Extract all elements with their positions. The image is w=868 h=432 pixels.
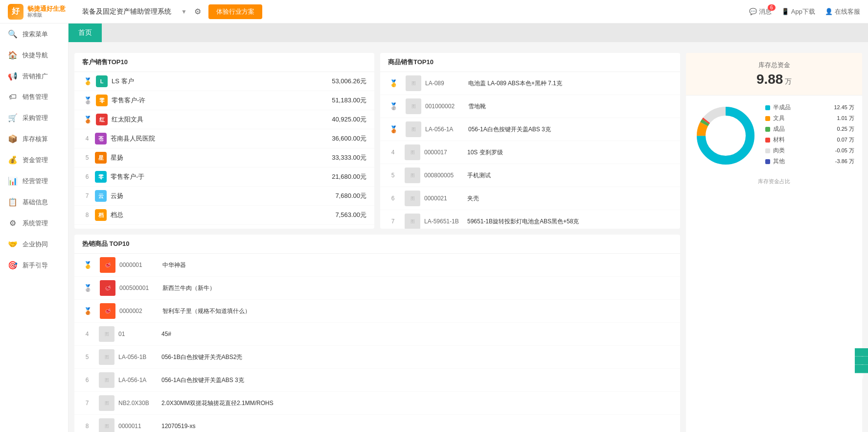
message-action[interactable]: 💬 消息 6 xyxy=(749,7,772,16)
rank-num: 8 xyxy=(82,212,92,218)
gear-icon[interactable]: ⚙ xyxy=(191,5,205,19)
system-dropdown-icon[interactable]: ▼ xyxy=(181,8,187,15)
inventory-panel: 库存总资金 9.88 万 xyxy=(686,53,862,432)
legend-value: 12.45 万 xyxy=(834,104,854,111)
sidebar-label-6: 资金管理 xyxy=(23,156,48,165)
sidebar-item-7[interactable]: 📊 经营管理 xyxy=(0,170,68,192)
legend-name: 肉类 xyxy=(773,146,832,155)
rank-name: 苍南县人民医院 xyxy=(111,134,332,143)
product-rank-item: 5 图 000800005 手机测试 xyxy=(380,164,680,187)
customer-rank-item: 6 零 零售客户-于 21,680.00元 xyxy=(74,168,374,187)
product-name: 45# xyxy=(161,331,672,337)
sidebar-icon-9: ⚙ xyxy=(8,218,18,228)
message-badge: 6 xyxy=(768,4,776,11)
hot-product-item: 4图 01 45# xyxy=(74,323,680,346)
donut-chart xyxy=(694,104,757,168)
product-rank-item: 4 图 0000017 10S 变刹罗级 xyxy=(380,141,680,164)
sidebar-item-8[interactable]: 📋 基础信息 xyxy=(0,192,68,213)
inventory-value: 9.88 xyxy=(756,72,783,87)
sidebar-item-9[interactable]: ⚙ 系统管理 xyxy=(0,213,68,234)
float-btn-community[interactable]: 服务社区 xyxy=(855,357,868,365)
legend-name: 半成品 xyxy=(773,103,831,112)
sidebar-icon-6: 💰 xyxy=(8,155,18,165)
legend-dot xyxy=(765,138,770,143)
product-name: 056-1B白色按键开关壳ABS2壳 xyxy=(161,353,672,361)
rank-value: 33,333.00元 xyxy=(332,153,366,162)
product-name: 59651-1B旋转投影灯电池盒ABS黑色+58克 xyxy=(467,217,672,226)
product-img: 图 xyxy=(405,214,420,229)
product-code: LA-59651-1B xyxy=(424,218,463,225)
sidebar-icon-11: 🎯 xyxy=(8,261,18,270)
rank-avatar: 零 xyxy=(96,95,108,106)
rank-medal: 🥇 xyxy=(82,260,93,270)
legend-item: 文具 1.01 万 xyxy=(765,114,854,122)
product-img: 图 xyxy=(406,98,421,114)
legend-dot xyxy=(765,105,770,110)
product-ranking-panel: 商品销售TOP10 🥇 图 LA-089 电池盖 LA-089 ABS本色+黑种… xyxy=(380,53,680,229)
product-rank-item: 🥈 图 001000002 雪地靴 xyxy=(380,95,680,118)
rank-medal: 🥇 xyxy=(82,76,93,87)
product-name: 中华神器 xyxy=(162,261,672,269)
rank-avatar: 零 xyxy=(95,171,107,183)
sidebar-label-5: 库存核算 xyxy=(23,135,48,144)
rank-medal: 🥇 xyxy=(388,78,399,89)
customer-rank-item: 🥉 红 红太阳文具 40,925.00元 xyxy=(74,110,374,129)
product-name: 雪地靴 xyxy=(468,102,672,111)
brand-name: 畅捷通好生意 xyxy=(27,5,66,13)
product-name: 智利车子里（规格不知道填什么） xyxy=(162,307,672,315)
sidebar-item-11[interactable]: 🎯 新手引导 xyxy=(0,255,68,276)
inventory-total: 库存总资金 9.88 万 xyxy=(686,53,862,96)
service-label: 在线客服 xyxy=(835,7,860,16)
sidebar-item-10[interactable]: 🤝 企业协同 xyxy=(0,234,68,255)
rank-avatar: 苍 xyxy=(95,133,107,144)
main-content: 客户销售TOP10 🥇 L LS 客户 53,006.26元🥈 零 零售客户-许… xyxy=(69,47,868,432)
rank-value: 53,006.26元 xyxy=(332,77,366,86)
brand: 好 畅捷通好生意 标准版 xyxy=(8,4,76,20)
product-img: 图 xyxy=(99,349,114,365)
product-code: LA-089 xyxy=(425,80,464,87)
inventory-total-value-container: 9.88 万 xyxy=(694,72,854,87)
sidebar-item-0[interactable]: 🔍 搜索菜单 xyxy=(0,24,68,45)
inventory-total-label: 库存总资金 xyxy=(694,61,854,70)
home-tab[interactable]: 首页 xyxy=(69,24,102,42)
sidebar-item-6[interactable]: 💰 资金管理 xyxy=(0,149,68,170)
brand-text: 畅捷通好生意 标准版 xyxy=(27,5,66,19)
trial-button[interactable]: 体验行业方案 xyxy=(208,4,262,19)
sidebar-item-2[interactable]: 📢 营销推广 xyxy=(0,66,68,87)
rank-medal: 🥈 xyxy=(82,95,93,106)
sidebar-item-1[interactable]: 🏠 快捷导航 xyxy=(0,45,68,66)
product-img: 🥩 xyxy=(100,280,115,296)
product-code: 0000001 xyxy=(119,262,159,268)
product-code: 0000021 xyxy=(424,195,463,202)
product-name: 新西兰牛肉（新牛） xyxy=(162,284,672,292)
top-header: 好 畅捷通好生意 标准版 装备及固定资产辅助管理系统 ▼ ⚙ 体验行业方案 💬 … xyxy=(0,0,868,24)
sidebar-label-1: 快捷导航 xyxy=(23,51,48,60)
float-btn-service[interactable]: 客服热线 xyxy=(855,348,868,357)
header-right: 💬 消息 6 📱 App下载 👤 在线客服 xyxy=(749,7,860,16)
product-code: 0000017 xyxy=(424,149,463,156)
legend-item: 材料 0.07 万 xyxy=(765,136,854,144)
sidebar-icon-8: 📋 xyxy=(8,197,18,207)
rank-value: 40,925.00元 xyxy=(332,115,366,124)
hot-product-item: 8图 0000011 12070519-xs xyxy=(74,415,680,432)
legend-name: 材料 xyxy=(773,136,834,144)
float-btn-live[interactable]: 直播 xyxy=(855,365,868,373)
app-label: App下载 xyxy=(791,7,815,16)
rank-num: 6 xyxy=(388,195,398,202)
service-action[interactable]: 👤 在线客服 xyxy=(825,7,860,16)
product-name: 056-1A白色按键开关盖ABS 3克 xyxy=(468,125,672,134)
sidebar-label-9: 系统管理 xyxy=(23,219,48,228)
system-name: 装备及固定资产辅助管理系统 xyxy=(76,7,177,16)
sidebar-label-10: 企业协同 xyxy=(23,240,48,249)
product-code: 0000011 xyxy=(118,423,158,430)
rank-num: 6 xyxy=(82,377,92,384)
rank-value: 7,563.00元 xyxy=(335,211,366,219)
app-download-action[interactable]: 📱 App下载 xyxy=(781,7,815,16)
product-code: 01 xyxy=(118,331,158,337)
sidebar-item-3[interactable]: 🏷 销售管理 xyxy=(0,87,68,107)
sidebar-item-5[interactable]: 📦 库存核算 xyxy=(0,128,68,149)
sidebar-item-4[interactable]: 🛒 采购管理 xyxy=(0,107,68,128)
legend-name: 文具 xyxy=(773,114,834,122)
product-rank-item: 6 图 0000021 夹壳 xyxy=(380,187,680,210)
hot-product-item: 🥈🥩 000500001 新西兰牛肉（新牛） xyxy=(74,277,680,300)
